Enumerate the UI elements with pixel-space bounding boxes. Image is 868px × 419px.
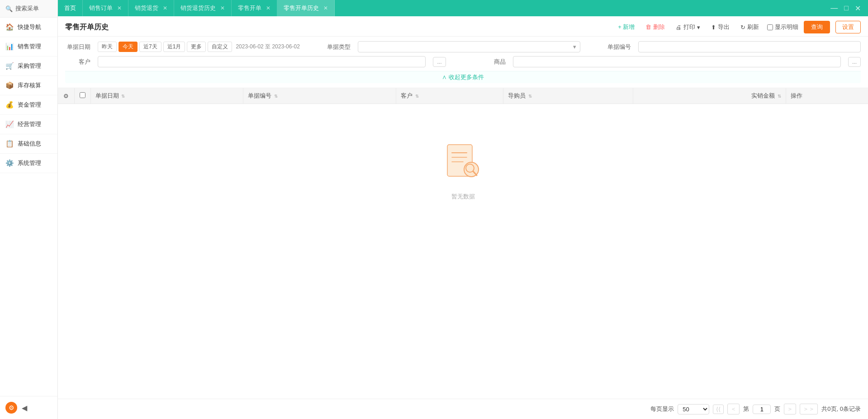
select-all-checkbox[interactable] — [80, 92, 85, 98]
goods-ellipsis-button[interactable]: ... — [848, 57, 861, 67]
tab-sales-return[interactable]: 销货退货 ✕ — [128, 0, 174, 16]
topbar: 首页 销售订单 ✕ 销货退货 ✕ 销货退货历史 ✕ 零售开单 ✕ 零售开单历史 … — [58, 0, 868, 16]
customer-ellipsis-button[interactable]: ... — [433, 57, 446, 67]
date-opt-yesterday[interactable]: 昨天 — [98, 42, 117, 52]
collapse-conditions-label: ∧ 收起更多条件 — [442, 74, 484, 80]
table-body: 暂无数据 — [58, 104, 868, 237]
window-minimize-button[interactable]: — — [829, 3, 840, 13]
window-maximize-button[interactable]: □ — [842, 3, 850, 13]
sidebar-item-inventory[interactable]: 📦 库存核算 — [0, 76, 57, 95]
customer-input[interactable] — [98, 56, 426, 67]
tab-sales-order-close[interactable]: ✕ — [117, 5, 122, 11]
th-doc-no-label: 单据编号 — [248, 92, 271, 99]
date-opt-last7[interactable]: 近7天 — [139, 42, 161, 52]
filter-area: 单据日期 昨天 今天 近7天 近1月 更多 自定义 2023-06-02 至 2… — [58, 37, 868, 88]
sort-doc-no-icon: ⇅ — [274, 94, 278, 99]
tab-sales-order[interactable]: 销售订单 ✕ — [83, 0, 128, 16]
settings-config-button[interactable]: 设置 — [835, 21, 861, 33]
date-opt-custom[interactable]: 自定义 — [208, 42, 232, 52]
tab-retail-history[interactable]: 零售开单历史 ✕ — [277, 0, 335, 16]
export-icon: ⬆ — [711, 24, 716, 31]
tab-home-label: 首页 — [64, 4, 76, 12]
export-label: 导出 — [718, 23, 730, 31]
add-button[interactable]: + 新增 — [615, 22, 637, 33]
action-bar: + 新增 🗑 删除 🖨 打印 ▾ ⬆ 导出 ↻ 刷新 显示明细 — [615, 21, 861, 33]
sidebar-item-finance[interactable]: 💰 资金管理 — [0, 95, 57, 115]
doc-type-filter-label: 单据类型 — [325, 43, 351, 51]
th-doc-no[interactable]: 单据编号 ⇅ — [243, 88, 396, 104]
cart-icon: 🛒 — [5, 62, 14, 70]
doc-type-select[interactable]: ▾ — [358, 41, 580, 52]
last-page-button[interactable]: ＞＞ — [800, 404, 818, 414]
tab-sales-return-history-close[interactable]: ✕ — [220, 5, 225, 11]
th-settings[interactable]: ⚙ — [58, 88, 74, 104]
prev-page-button[interactable]: ＜ — [727, 404, 740, 414]
tab-retail-open[interactable]: 零售开单 ✕ — [232, 0, 277, 16]
date-opt-today[interactable]: 今天 — [119, 42, 138, 52]
sidebar-item-sys-mgmt[interactable]: ⚙️ 系统管理 — [0, 154, 57, 173]
date-opt-more[interactable]: 更多 — [187, 42, 206, 52]
th-checkbox — [74, 88, 90, 104]
data-table: ⚙ 单据日期 ⇅ 单据编号 ⇅ — [58, 88, 868, 237]
th-date[interactable]: 单据日期 ⇅ — [90, 88, 243, 104]
empty-state-cell: 暂无数据 — [58, 104, 868, 237]
goods-filter-label: 商品 — [480, 58, 506, 66]
th-customer-label: 客户 — [401, 92, 413, 99]
tab-retail-open-close[interactable]: ✕ — [266, 5, 270, 11]
sidebar-search[interactable]: 🔍 搜索采单 — [0, 0, 57, 18]
refresh-button[interactable]: ↻ 刷新 — [738, 22, 762, 33]
current-page-input[interactable] — [753, 405, 771, 414]
filter-row-2: 客户 ... 商品 ... — [65, 56, 861, 67]
th-guide[interactable]: 导购员 ⇅ — [503, 88, 633, 104]
sidebar-item-basic-info[interactable]: 📋 基础信息 — [0, 134, 57, 154]
money-icon: 💰 — [5, 101, 14, 109]
sidebar-item-purchase-mgmt[interactable]: 🛒 采购管理 — [0, 56, 57, 76]
next-page-button[interactable]: ＞ — [784, 404, 796, 414]
tab-home[interactable]: 首页 — [58, 0, 83, 16]
pagination: 每页显示 10 20 50 100 ⟨⟨ ＜ 第 页 ＞ ＞＞ 共0页, 0条记… — [58, 399, 868, 419]
query-button[interactable]: 查询 — [804, 21, 830, 33]
empty-state-icon — [441, 140, 486, 185]
empty-state-row: 暂无数据 — [58, 104, 868, 237]
sidebar-item-sales-mgmt[interactable]: 📊 销售管理 — [0, 37, 57, 56]
th-guide-label: 导购员 — [508, 92, 526, 99]
window-close-button[interactable]: ✕ — [853, 3, 863, 14]
th-customer[interactable]: 客户 ⇅ — [396, 88, 503, 104]
sidebar-item-label: 采购管理 — [18, 62, 41, 70]
display-detail-checkbox[interactable] — [767, 24, 773, 30]
sidebar-item-operations[interactable]: 📈 经营管理 — [0, 115, 57, 134]
refresh-label: 刷新 — [747, 23, 759, 31]
per-page-select[interactable]: 10 20 50 100 — [678, 404, 709, 414]
table-settings-icon[interactable]: ⚙ — [63, 93, 69, 99]
goods-input[interactable] — [513, 56, 841, 67]
content-area: 零售开单历史 + 新增 🗑 删除 🖨 打印 ▾ ⬆ 导出 ↻ 刷新 — [58, 16, 868, 419]
th-operation-label: 操作 — [791, 92, 802, 99]
tab-retail-history-close[interactable]: ✕ — [323, 5, 328, 11]
collapse-sidebar-button[interactable]: ◀ — [22, 404, 27, 412]
print-label: 打印 — [683, 23, 695, 31]
tab-sales-return-close[interactable]: ✕ — [163, 5, 167, 11]
collapse-conditions-button[interactable]: ∧ 收起更多条件 — [65, 71, 861, 83]
date-options: 昨天 今天 近7天 近1月 更多 自定义 2023-06-02 至 2023-0… — [98, 42, 300, 52]
settings-button[interactable]: ⚙ — [5, 402, 17, 414]
sort-amount-icon: ⇅ — [778, 94, 781, 99]
sidebar-item-label: 库存核算 — [18, 81, 41, 89]
tab-sales-return-history[interactable]: 销货退货历史 ✕ — [174, 0, 232, 16]
table-header-row: ⚙ 单据日期 ⇅ 单据编号 ⇅ — [58, 88, 868, 104]
first-page-button[interactable]: ⟨⟨ — [713, 405, 724, 414]
date-filter-label: 单据日期 — [65, 43, 90, 51]
tab-retail-history-label: 零售开单历史 — [284, 4, 319, 12]
delete-button[interactable]: 🗑 删除 — [643, 22, 668, 33]
box-icon: 📦 — [5, 81, 14, 89]
th-amount[interactable]: 实销金额 ⇅ — [633, 88, 786, 104]
date-opt-last-month[interactable]: 近1月 — [163, 42, 185, 52]
print-arrow-icon: ▾ — [697, 24, 700, 31]
page-label-after: 页 — [774, 405, 780, 413]
page-header: 零售开单历史 + 新增 🗑 删除 🖨 打印 ▾ ⬆ 导出 ↻ 刷新 — [58, 16, 868, 37]
sidebar-item-quick-nav[interactable]: 🏠 快捷导航 — [0, 18, 57, 37]
th-operation: 操作 — [786, 88, 868, 104]
print-button[interactable]: 🖨 打印 ▾ — [673, 22, 703, 33]
operations-icon: 📈 — [5, 120, 14, 128]
export-button[interactable]: ⬆ 导出 — [708, 22, 732, 33]
doc-no-input[interactable] — [638, 41, 861, 52]
